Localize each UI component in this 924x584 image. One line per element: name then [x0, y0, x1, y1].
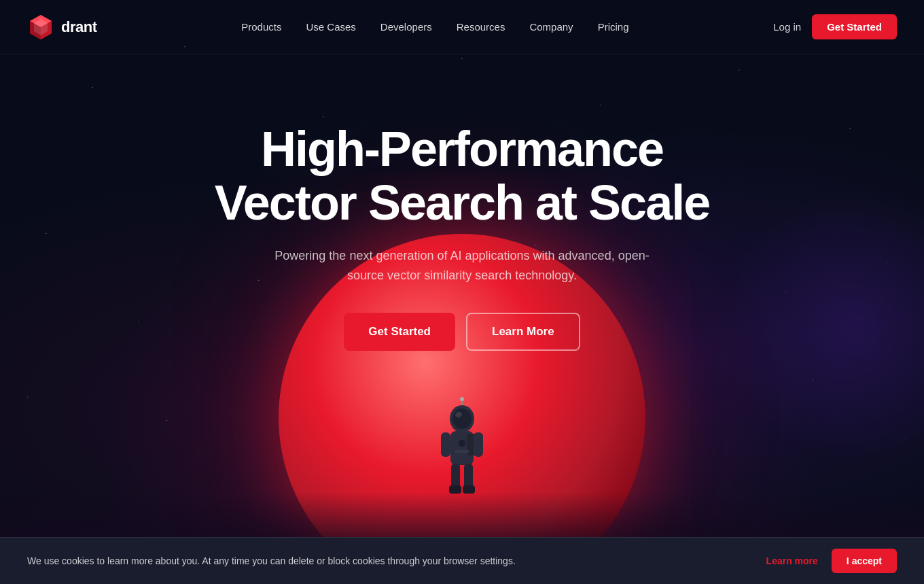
svg-rect-19	[455, 450, 469, 453]
nav-item-resources[interactable]: Resources	[457, 21, 505, 33]
nav-link-pricing[interactable]: Pricing	[598, 21, 629, 33]
navbar: drant Products Use Cases Developers Reso…	[0, 0, 924, 54]
cookie-actions: Learn more I accept	[766, 549, 897, 573]
cookie-banner: We use cookies to learn more about you. …	[0, 537, 924, 584]
nav-link-company[interactable]: Company	[529, 21, 573, 33]
hero-section: High-Performance Vector Search at Scale …	[0, 54, 924, 351]
nav-link-products[interactable]: Products	[241, 21, 281, 33]
nav-link-use-cases[interactable]: Use Cases	[306, 21, 355, 33]
hero-title: High-Performance Vector Search at Scale	[190, 122, 734, 230]
login-link[interactable]: Log in	[773, 21, 801, 33]
nav-links: Products Use Cases Developers Resources …	[241, 21, 628, 33]
get-started-hero-button[interactable]: Get Started	[344, 313, 455, 351]
hero-subtitle: Powering the next generation of AI appli…	[265, 246, 659, 286]
main-content: High-Performance Vector Search at Scale …	[0, 54, 924, 584]
nav-actions: Log in Get Started	[773, 14, 897, 39]
cookie-accept-button[interactable]: I accept	[832, 549, 897, 573]
svg-point-18	[459, 440, 465, 447]
nav-item-developers[interactable]: Developers	[380, 21, 432, 33]
brand-name: drant	[61, 18, 97, 36]
nav-item-use-cases[interactable]: Use Cases	[306, 21, 355, 33]
logo-link[interactable]: drant	[27, 14, 97, 41]
get-started-nav-button[interactable]: Get Started	[812, 14, 897, 39]
nav-link-developers[interactable]: Developers	[380, 21, 432, 33]
nav-item-company[interactable]: Company	[529, 21, 573, 33]
learn-more-hero-button[interactable]: Learn More	[466, 313, 580, 351]
svg-point-8	[452, 409, 472, 429]
nav-link-resources[interactable]: Resources	[457, 21, 505, 33]
nav-item-pricing[interactable]: Pricing	[598, 21, 629, 33]
nav-item-products[interactable]: Products	[241, 21, 281, 33]
cookie-text: We use cookies to learn more about you. …	[27, 555, 766, 566]
svg-point-6	[460, 397, 464, 401]
svg-rect-12	[441, 432, 450, 457]
hero-buttons: Get Started Learn More	[0, 313, 924, 351]
astronaut	[431, 397, 493, 506]
cookie-learn-more-link[interactable]: Learn more	[766, 555, 818, 566]
logo-icon	[27, 14, 54, 41]
svg-rect-13	[474, 432, 483, 457]
